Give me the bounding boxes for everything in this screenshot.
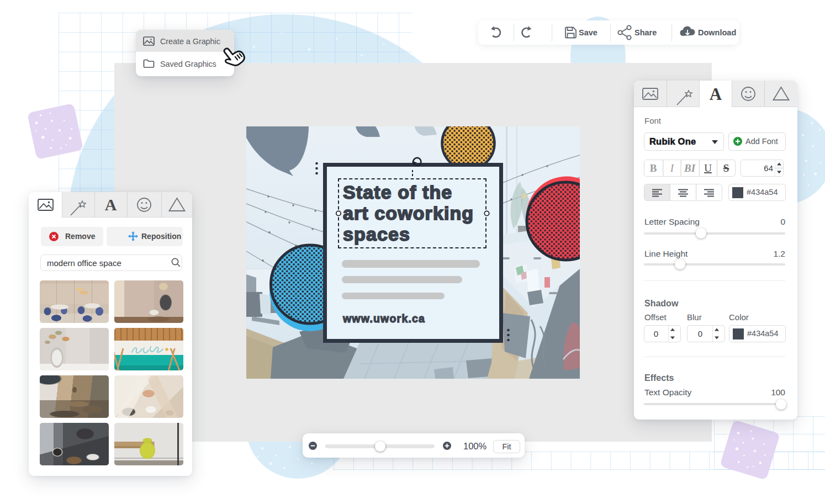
- svg-text:U: U: [704, 162, 712, 174]
- svg-text:A: A: [710, 84, 722, 104]
- svg-text:S: S: [723, 162, 729, 174]
- svg-text:BI: BI: [684, 162, 696, 174]
- svg-text:A: A: [105, 195, 117, 214]
- svg-text:B: B: [650, 162, 657, 174]
- svg-text:I: I: [670, 162, 675, 174]
